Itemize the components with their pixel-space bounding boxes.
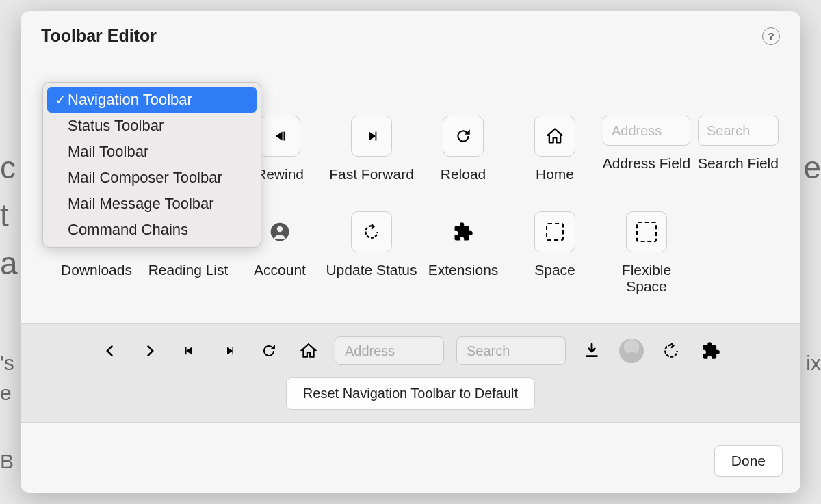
home-icon [300, 342, 317, 360]
palette-item-fast-forward[interactable]: Fast Forward [326, 116, 417, 211]
toolbar-editor-dialog: Toolbar Editor ? Rewind Fast Forward [21, 11, 800, 493]
avatar-icon [619, 339, 644, 363]
space-icon [546, 223, 564, 241]
dropdown-item-mail-composer-toolbar[interactable]: Mail Composer Toolbar [47, 165, 257, 191]
palette-item-address-field[interactable]: Address Address Field [601, 116, 692, 211]
toolbar-search-field[interactable]: Search [456, 336, 566, 365]
toolbar-update-status-button[interactable] [657, 337, 685, 364]
palette-item-home[interactable]: Home [509, 116, 601, 211]
dropdown-item-mail-message-toolbar[interactable]: Mail Message Toolbar [47, 191, 257, 217]
toolbar-account-button[interactable] [618, 337, 645, 364]
toolbar-selector-dropdown[interactable]: ✓ Navigation Toolbar Status Toolbar Mail… [42, 82, 261, 248]
search-field-preview: Search [698, 116, 779, 146]
chevron-left-icon [103, 344, 117, 358]
dropdown-item-status-toolbar[interactable]: Status Toolbar [47, 113, 257, 139]
rewind-icon [272, 129, 287, 144]
palette-item-flexible-space[interactable]: Flexible Space [601, 211, 692, 307]
toolbar-forward-button[interactable] [136, 337, 164, 364]
toolbar-reload-button[interactable] [255, 337, 283, 364]
rewind-icon [183, 345, 196, 357]
reset-toolbar-button[interactable]: Reset Navigation Toolbar to Default [286, 377, 535, 410]
toolbar-downloads-button[interactable] [578, 337, 605, 364]
toolbar-fastforward-button[interactable] [216, 337, 243, 364]
address-field-preview: Address [603, 116, 690, 146]
extensions-icon [701, 341, 720, 360]
palette-item-reload[interactable]: Reload [417, 116, 509, 211]
extensions-icon [453, 222, 473, 242]
dropdown-item-navigation-toolbar[interactable]: ✓ Navigation Toolbar [47, 87, 257, 113]
chevron-right-icon [143, 344, 157, 358]
flexible-space-icon [636, 222, 657, 242]
svg-point-1 [277, 226, 283, 233]
palette-item-update-status[interactable]: Update Status [326, 211, 417, 307]
help-button[interactable]: ? [762, 27, 780, 45]
dropdown-item-command-chains[interactable]: Command Chains [47, 217, 257, 243]
toolbar-home-button[interactable] [295, 337, 322, 364]
done-button[interactable]: Done [714, 445, 783, 477]
palette-item-search-field[interactable]: Search Search Field [692, 116, 784, 211]
update-status-icon [662, 342, 680, 360]
check-icon: ✓ [53, 92, 68, 107]
update-status-icon [363, 223, 380, 241]
toolbar-extensions-button[interactable] [697, 337, 725, 364]
toolbar-address-field[interactable]: Address [335, 336, 444, 365]
dropdown-item-mail-toolbar[interactable]: Mail Toolbar [47, 139, 257, 165]
current-toolbar-preview: Address Search Reset Navigation Toolbar … [21, 323, 800, 423]
reload-icon [261, 343, 277, 359]
fast-forward-icon [223, 345, 235, 357]
palette-item-extensions[interactable]: Extensions [417, 211, 509, 307]
toolbar-back-button[interactable] [96, 337, 124, 364]
reload-icon [454, 127, 472, 145]
home-icon [545, 127, 564, 146]
dialog-title: Toolbar Editor [41, 26, 157, 46]
toolbar-rewind-button[interactable] [176, 337, 203, 364]
download-icon [583, 342, 601, 360]
account-icon [269, 221, 291, 243]
palette-item-space[interactable]: Space [509, 211, 601, 307]
fast-forward-icon [364, 129, 379, 144]
